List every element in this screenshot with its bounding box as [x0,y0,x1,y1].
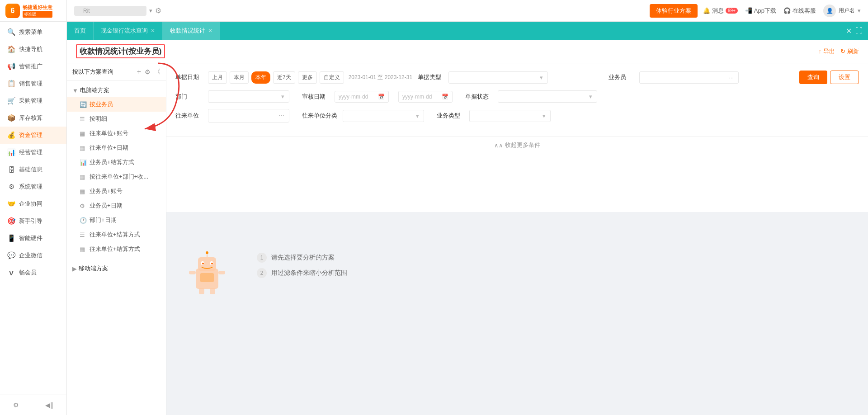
tab-expand-icon[interactable]: ⛶ [855,27,863,35]
salesman-more-icon[interactable]: ··· [729,74,734,81]
filter-row-1: 单据日期 上月 本月 本年 近7天 更多 自定义 2023-01-01 至 20… [175,71,859,84]
empty-state-area: 1 请先选择要分析的方案 2 用过滤条件来缩小分析范围 [166,212,868,415]
scheme-section-desktop-header[interactable]: ▼ 电脑端方案 [67,84,166,97]
scheme-item-salesman-date[interactable]: ⚙ 业务员+日期 [67,198,166,213]
content-area: 收款情况统计(按业务员) ↑ 导出 ↻ 刷新 按以下方案查询 [67,40,868,415]
settings-icon[interactable]: ⚙ [155,6,161,15]
sidebar-footer: ⚙ ◀‖ [0,395,66,415]
salesman-date-icon: ⚙ [80,203,87,209]
salesman-icon: 🔄 [80,101,87,108]
tab-bar-right: ✕ ⛶ [840,22,868,40]
scheme-item-partner-payment2[interactable]: ▦ 往来单位+结算方式 [67,242,166,256]
partner-cat-chevron: ▾ [416,113,419,119]
doc-status-select[interactable]: ▾ [498,90,597,103]
scheme-item-by-detail[interactable]: ☰ 按明细 [67,112,166,126]
date-btn-last-month[interactable]: 上月 [208,71,227,84]
salesman-select[interactable]: ··· [639,71,739,84]
handshake-icon: 🤝 [7,200,15,208]
sidebar-item-basic-info[interactable]: 🗄 基础信息 [0,161,66,178]
chevron-up-icon: ∧∧ [494,142,503,149]
date-btn-custom[interactable]: 自定义 [320,71,344,84]
online-service-btn[interactable]: 🎧 在线客服 [783,7,816,15]
sidebar-item-operation[interactable]: 📊 经营管理 [0,144,66,161]
sidebar-item-purchase[interactable]: 🛒 采购管理 [0,92,66,109]
date-btn-more[interactable]: 更多 [298,71,317,84]
dept-select[interactable]: ▾ [208,90,289,103]
sidebar-item-finance[interactable]: 💰 资金管理 [0,127,66,144]
tab-collection-stats[interactable]: 收款情况统计 ✕ [163,22,220,40]
review-date-start[interactable]: yyyy-mm-dd 📅 [335,91,389,103]
scheme-item-partner-date[interactable]: ▦ 往来单位+日期 [67,141,166,155]
partner-more-icon[interactable]: ··· [278,112,284,120]
sidebar-item-enterprise[interactable]: 🤝 企业协同 [0,195,66,212]
scheme-item-dept-date[interactable]: 🕐 部门+日期 [67,213,166,227]
svg-rect-10 [199,288,204,294]
collapse-footer-btn[interactable]: ◀‖ [42,400,57,410]
sidebar-item-sales[interactable]: 📋 销售管理 [0,75,66,92]
scheme-item-partner-account[interactable]: ▦ 往来单位+账号 [67,126,166,141]
biz-type-chevron: ▾ [542,113,546,119]
query-btn[interactable]: 查询 [799,71,827,84]
export-btn[interactable]: ↑ 导出 [819,47,835,56]
sidebar-nav: 🔍 搜索菜单 🏠 快捷导航 📢 营销推广 📋 销售管理 🛒 采购管理 📦 库存核… [0,22,66,395]
sidebar-item-smart-hw[interactable]: 📱 智能硬件 [0,230,66,247]
biz-type-select[interactable]: ▾ [469,110,551,122]
sidebar-item-system[interactable]: ⚙ 系统管理 [0,178,66,195]
scheme-item-salesman-account[interactable]: ▦ 业务员+账号 [67,184,166,198]
review-date-group: yyyy-mm-dd 📅 — yyyy-mm-dd 📅 [335,91,453,103]
logo-text: 畅捷通好生意 标准版 [23,4,52,18]
scheme-add-btn[interactable]: + [137,68,141,76]
svg-rect-8 [189,271,196,274]
scheme-collapse-btn[interactable]: 《 [154,68,160,76]
salesman-group: 业务员 ··· [609,71,792,84]
refresh-btn[interactable]: ↻ 刷新 [840,47,859,56]
sidebar-item-inventory[interactable]: 📦 库存核算 [0,109,66,127]
partner-dept-icon: ▦ [80,174,87,180]
tab-bank-flow[interactable]: 现金银行流水查询 ✕ [94,22,163,40]
scheme-settings-btn[interactable]: ⚙ [145,68,151,75]
trial-btn[interactable]: 体验行业方案 [650,4,698,18]
tab-close-collection-stats[interactable]: ✕ [208,28,212,34]
scheme-item-by-salesman[interactable]: 🔄 按业务员 [67,97,166,112]
robot-illustration [184,248,230,298]
partner-select[interactable]: ··· [208,109,289,123]
scheme-section-desktop: ▼ 电脑端方案 🔄 按业务员 ☰ 按明细 ▦ 往来单位+账号 [67,81,166,259]
tab-home[interactable]: 首页 [67,22,94,40]
collapse-filters-btn[interactable]: ∧∧ 收起更多条件 [166,136,868,154]
message-btn[interactable]: 🔔 消息 99+ [703,7,738,15]
body-layout: 按以下方案查询 + ⚙ 《 ▼ 电脑端方案 🔄 按业务员 [67,63,868,415]
workspace-selector[interactable]: Rit [74,6,146,16]
app-download-btn[interactable]: 📲 App下载 [745,7,776,15]
page-actions: ↑ 导出 ↻ 刷新 [819,47,859,56]
user-area: 👤 用户名 ▾ [823,5,861,17]
date-btn-last-7[interactable]: 近7天 [273,71,295,84]
sidebar-item-quick-nav[interactable]: 🏠 快捷导航 [0,41,66,58]
tab-close-bank-flow[interactable]: ✕ [151,28,155,34]
sidebar-item-member[interactable]: V 畅会员 [0,264,66,281]
doc-type-select[interactable]: ▾ [448,71,548,84]
settings-footer-btn[interactable]: ⚙ [9,400,23,410]
scheme-item-salesman-payment[interactable]: 📊 业务员+结算方式 [67,155,166,170]
scheme-section-mobile-header[interactable]: ▶ 移动端方案 [67,262,166,275]
scheme-item-partner-dept[interactable]: ▦ 按往来单位+部门+收... [67,170,166,184]
sidebar-item-guide[interactable]: 🎯 新手引导 [0,212,66,230]
partner-category-select[interactable]: ▾ [343,110,424,122]
date-btn-this-year[interactable]: 本年 [251,71,270,84]
headset-icon: 🎧 [783,7,791,14]
review-date-end[interactable]: yyyy-mm-dd 📅 [398,91,453,103]
clipboard-icon: 📋 [7,80,15,88]
sidebar: 6 畅捷通好生意 标准版 🔍 搜索菜单 🏠 快捷导航 📢 营销推广 📋 销售管理… [0,0,67,415]
member-icon: V [7,269,15,277]
avatar[interactable]: 👤 [823,5,836,17]
sidebar-item-search[interactable]: 🔍 搜索菜单 [0,24,66,41]
date-btn-this-month[interactable]: 本月 [230,71,249,84]
sidebar-item-wechat[interactable]: 💬 企业微信 [0,247,66,264]
chevron-down-icon: ▾ [149,7,152,14]
sidebar-item-marketing[interactable]: 📢 营销推广 [0,58,66,75]
phone-icon: 📱 [7,234,15,242]
bell-icon: 🔔 [703,7,710,14]
tab-close-all-icon[interactable]: ✕ [846,27,852,35]
scheme-item-partner-payment1[interactable]: ☰ 往来单位+结算方式 [67,227,166,242]
set-btn[interactable]: 设置 [830,71,859,84]
filter-row-3: 往来单位 ··· 往来单位分类 ▾ 业务类型 [175,109,859,123]
